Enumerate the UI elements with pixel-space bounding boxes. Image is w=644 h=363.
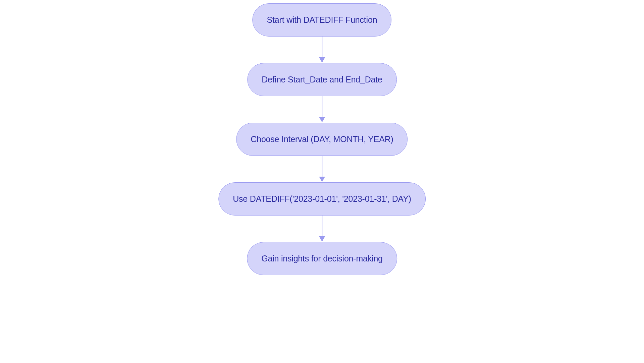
- flowchart-node-define: Define Start_Date and End_Date: [247, 63, 397, 96]
- arrow-icon: [319, 37, 325, 63]
- flowchart-node-example: Use DATEDIFF('2023-01-01', '2023-01-31',…: [218, 182, 426, 216]
- arrow-icon: [319, 96, 325, 123]
- arrow-icon: [319, 216, 325, 242]
- flowchart-container: Start with DATEDIFF Function Define Star…: [218, 3, 426, 275]
- flowchart-node-insights: Gain insights for decision-making: [247, 242, 397, 275]
- flowchart-node-interval: Choose Interval (DAY, MONTH, YEAR): [236, 123, 408, 156]
- flowchart-node-start: Start with DATEDIFF Function: [253, 3, 392, 37]
- arrow-icon: [319, 156, 325, 182]
